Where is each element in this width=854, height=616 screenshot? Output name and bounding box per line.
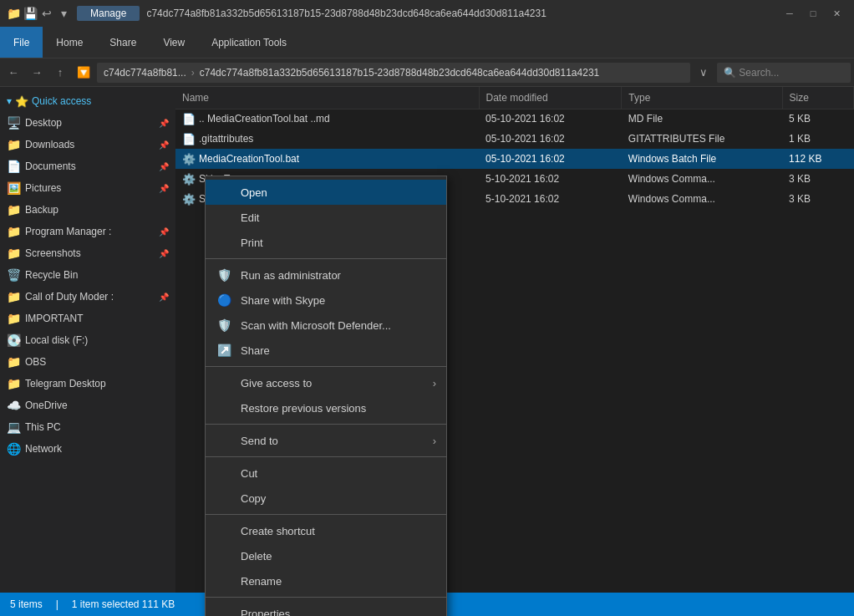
context-menu-item-share-skype[interactable]: 🔵 Share with Skype [206, 288, 446, 313]
context-menu-item-copy[interactable]: Copy [206, 486, 446, 511]
sidebar-item-label: Backup [25, 204, 58, 216]
sidebar-item-this-pc[interactable]: 💻 This PC [0, 416, 175, 438]
ctx-item-label: Send to [241, 435, 424, 447]
sidebar-item-backup[interactable]: 📁 Backup [0, 199, 175, 221]
file-icon: 📄 [182, 132, 196, 145]
documents-icon: 📄 [7, 160, 20, 173]
file-name-cell: 📄 .gitattributes [175, 129, 479, 149]
back-button[interactable]: ← [3, 63, 23, 83]
breadcrumb-1[interactable]: c74dc774a8fb81... [104, 67, 186, 79]
sidebar-item-pictures[interactable]: 🖼️ Pictures 📌 [0, 177, 175, 199]
sidebar-item-screenshots[interactable]: 📁 Screenshots 📌 [0, 242, 175, 264]
manage-tab[interactable]: Manage [77, 6, 140, 21]
up-button[interactable]: ↑ [50, 63, 70, 83]
context-menu-item-edit[interactable]: Edit [206, 205, 446, 230]
context-menu-item-create-shortcut[interactable]: Create shortcut [206, 518, 446, 543]
context-menu-item-properties[interactable]: Properties [206, 601, 446, 616]
sidebar-item-label: This PC [25, 421, 61, 433]
context-menu-item-run-admin[interactable]: 🛡️ Run as administrator [206, 262, 446, 288]
tab-application-tools[interactable]: Application Tools [198, 27, 300, 58]
sidebar-item-obs[interactable]: 📁 OBS [0, 351, 175, 373]
ctx-item-label: Delete [241, 550, 436, 563]
context-menu: Open Edit Print 🛡️ Run as administrator … [205, 176, 447, 616]
file-date: 5-10-2021 16:02 [479, 189, 622, 209]
sidebar-item-documents[interactable]: 📄 Documents 📌 [0, 155, 175, 177]
sidebar-item-label: Downloads [25, 139, 74, 150]
ctx-item-label: Properties [241, 608, 436, 617]
ctx-item-label: Copy [241, 492, 436, 505]
sidebar-item-network[interactable]: 🌐 Network [0, 438, 175, 460]
tab-view[interactable]: View [150, 27, 198, 58]
sidebar-item-label: Recycle Bin [25, 269, 78, 281]
tab-share[interactable]: Share [96, 27, 150, 58]
ctx-item-label: Create shortcut [241, 525, 436, 537]
context-menu-item-delete[interactable]: Delete [206, 543, 446, 568]
close-button[interactable]: ✕ [826, 5, 847, 22]
context-menu-separator [206, 424, 446, 425]
address-path[interactable]: c74dc774a8fb81... › c74dc774a8fb81a332b5… [97, 63, 690, 83]
file-date: 5-10-2021 16:02 [479, 169, 622, 189]
program-manager-icon: 📁 [7, 225, 20, 238]
recent-button[interactable]: 🔽 [74, 63, 94, 83]
col-date[interactable]: Date modified [479, 87, 622, 109]
tab-file[interactable]: File [0, 27, 43, 58]
context-menu-item-give-access[interactable]: Give access to › [206, 370, 446, 395]
window-controls[interactable]: ─ □ ✕ [779, 5, 847, 22]
table-row[interactable]: 📄 .. MediaCreationTool.bat ..md 05-10-20… [175, 109, 854, 129]
address-bar: ← → ↑ 🔽 c74dc774a8fb81... › c74dc774a8fb… [0, 59, 854, 87]
telegram-icon: 📁 [7, 377, 20, 390]
sidebar-item-telegram[interactable]: 📁 Telegram Desktop [0, 373, 175, 395]
breadcrumb-2[interactable]: c74dc774a8fb81a332b5d65613187b15-23d8788… [200, 67, 599, 79]
sidebar-item-label: Pictures [25, 182, 61, 194]
context-menu-item-open[interactable]: Open [206, 180, 446, 205]
ctx-item-icon: 🔵 [216, 293, 232, 307]
sidebar-item-call-of-duty[interactable]: 📁 Call of Duty Moder : 📌 [0, 286, 175, 308]
ctx-item-label: Restore previous versions [241, 402, 436, 415]
sidebar-item-label: OBS [25, 356, 46, 368]
context-menu-item-cut[interactable]: Cut [206, 461, 446, 486]
context-menu-item-rename[interactable]: Rename [206, 568, 446, 593]
file-name: .. MediaCreationTool.bat ..md [199, 113, 330, 125]
col-type[interactable]: Type [622, 87, 782, 109]
col-name[interactable]: Name [175, 87, 479, 109]
tab-home[interactable]: Home [43, 27, 96, 58]
table-row[interactable]: ⚙️ MediaCreationTool.bat 05-10-2021 16:0… [175, 149, 854, 169]
cod-icon: 📁 [7, 290, 20, 303]
col-size[interactable]: Size [782, 87, 853, 109]
sidebar-item-important[interactable]: 📁 IMPORTANT [0, 308, 175, 329]
local-disk-icon: 💽 [7, 333, 20, 347]
chevron-icon: ▾ [7, 95, 12, 107]
expand-path-button[interactable]: ∨ [694, 63, 714, 83]
context-menu-item-share[interactable]: ↗️ Share [206, 338, 446, 363]
forward-button[interactable]: → [27, 63, 47, 83]
sidebar-item-downloads[interactable]: 📁 Downloads 📌 [0, 134, 175, 155]
sidebar-item-local-disk[interactable]: 💽 Local disk (F:) [0, 329, 175, 351]
table-row[interactable]: 📄 .gitattributes 05-10-2021 16:02 GITATT… [175, 129, 854, 149]
sidebar-item-program-manager[interactable]: 📁 Program Manager : 📌 [0, 221, 175, 242]
sidebar-item-label: Program Manager : [25, 226, 111, 237]
sidebar-section-quick-access[interactable]: ▾ ⭐ Quick access [0, 90, 175, 112]
sidebar-item-desktop[interactable]: 🖥️ Desktop 📌 [0, 112, 175, 134]
sidebar-item-onedrive[interactable]: ☁️ OneDrive [0, 395, 175, 416]
pictures-icon: 🖼️ [7, 181, 20, 195]
context-menu-item-scan-defender[interactable]: 🛡️ Scan with Microsoft Defender... [206, 313, 446, 338]
ctx-item-label: Cut [241, 467, 436, 480]
file-name: MediaCreationTool.bat [199, 153, 299, 165]
context-menu-item-print[interactable]: Print [206, 230, 446, 255]
ctx-item-label: Print [241, 237, 436, 249]
context-menu-item-restore-versions[interactable]: Restore previous versions [206, 395, 446, 420]
dropdown-icon[interactable]: ▾ [57, 7, 70, 20]
sidebar-item-recycle-bin[interactable]: 🗑️ Recycle Bin [0, 264, 175, 286]
desktop-icon: 🖥️ [7, 116, 20, 130]
file-date: 05-10-2021 16:02 [479, 129, 622, 149]
separator: | [56, 598, 58, 610]
file-icon: 📄 [182, 112, 196, 125]
search-box[interactable]: 🔍 Search... [717, 63, 851, 83]
context-menu-item-send-to[interactable]: Send to › [206, 428, 446, 453]
file-type: MD File [622, 109, 782, 129]
minimize-button[interactable]: ─ [779, 5, 801, 22]
pin-icon: 📌 [159, 140, 169, 150]
sidebar-item-label: Call of Duty Moder : [25, 291, 114, 303]
this-pc-icon: 💻 [7, 420, 20, 434]
maximize-button[interactable]: □ [802, 5, 824, 22]
